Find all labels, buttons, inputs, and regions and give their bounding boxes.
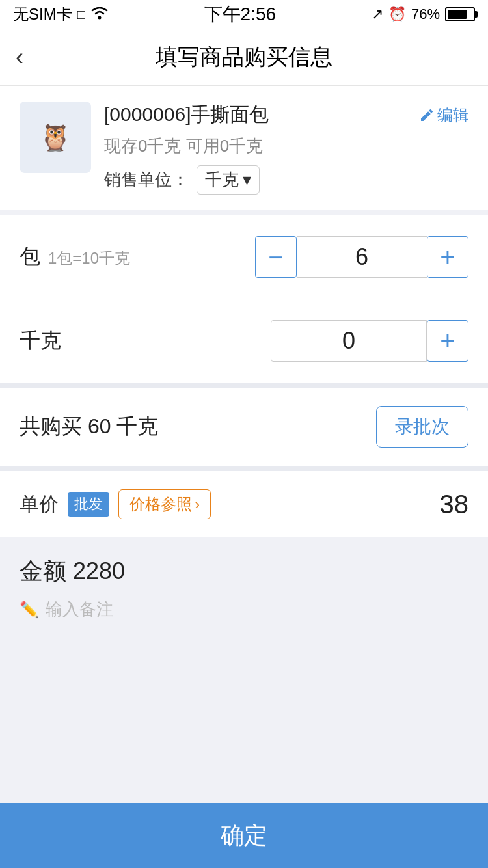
- battery-percent: 76%: [411, 6, 440, 23]
- price-value: 38: [440, 490, 469, 519]
- nav-bar: ‹ 填写商品购买信息: [0, 29, 488, 86]
- amount-label: 金额: [20, 558, 66, 584]
- remark-placeholder: 输入备注: [46, 598, 113, 621]
- total-text: 共购买 60 千克: [20, 413, 158, 441]
- sim-icon: □: [77, 7, 85, 22]
- product-info: [0000006]手撕面包 编辑 现存0千克 可用0千克 销售单位： 千克 ▾: [104, 102, 468, 195]
- battery-icon: [445, 7, 475, 21]
- product-name-row: [0000006]手撕面包 编辑: [104, 102, 468, 128]
- amount-section: 金额 2280 ✏️ 输入备注: [0, 537, 488, 634]
- kg-plus-button[interactable]: +: [427, 320, 468, 362]
- status-bar-time: 下午2:56: [204, 2, 277, 27]
- kg-quantity-row: 千克 +: [20, 299, 468, 383]
- price-ref-label: 价格参照: [129, 494, 192, 515]
- bag-minus-button[interactable]: −: [255, 236, 297, 278]
- product-logo: 🦉: [39, 122, 72, 153]
- total-row: 共购买 60 千克 录批次: [0, 383, 488, 466]
- product-unit-row: 销售单位： 千克 ▾: [104, 165, 468, 195]
- kg-quantity-input[interactable]: [271, 320, 427, 362]
- product-stock: 现存0千克 可用0千克: [104, 135, 468, 157]
- status-bar-right: ↗ ⏰ 76%: [372, 6, 475, 23]
- bag-plus-button[interactable]: +: [427, 236, 468, 278]
- edit-label: 编辑: [437, 105, 468, 126]
- amount-value: 2280: [73, 558, 125, 584]
- kg-label-text: 千克: [20, 327, 61, 355]
- svg-point-0: [98, 16, 101, 20]
- dropdown-arrow: ▾: [243, 170, 251, 190]
- bag-label-text: 包: [20, 243, 40, 271]
- bag-hint: 1包=10千克: [48, 248, 130, 269]
- back-button[interactable]: ‹: [16, 44, 23, 71]
- price-section: 单价 批发 价格参照 › 38: [0, 466, 488, 537]
- product-name: [0000006]手撕面包: [104, 102, 269, 128]
- bag-controls: − +: [255, 236, 468, 278]
- batch-button[interactable]: 录批次: [376, 406, 468, 448]
- kg-controls: +: [271, 320, 468, 362]
- page-title: 填写商品购买信息: [156, 42, 332, 72]
- price-ref-arrow: ›: [195, 495, 200, 513]
- price-label: 单价: [20, 491, 59, 518]
- bag-quantity-input[interactable]: [297, 236, 427, 278]
- kg-label: 千克: [20, 327, 61, 355]
- remark-row[interactable]: ✏️ 输入备注: [20, 598, 468, 621]
- status-bar-left: 无SIM卡 □: [13, 4, 109, 25]
- carrier-text: 无SIM卡: [13, 4, 72, 25]
- confirm-button[interactable]: 确定: [0, 803, 488, 868]
- bottom-area: [0, 634, 488, 829]
- bag-label: 包 1包=10千克: [20, 243, 130, 271]
- edit-button[interactable]: 编辑: [419, 105, 468, 126]
- product-image: 🦉: [20, 102, 91, 173]
- price-batch-tag: 批发: [68, 492, 109, 517]
- wifi-icon: [90, 5, 109, 23]
- quantity-section: 包 1包=10千克 − + 千克 +: [0, 215, 488, 383]
- bag-quantity-row: 包 1包=10千克 − +: [20, 215, 468, 299]
- price-left: 单价 批发 价格参照 ›: [20, 489, 211, 519]
- unit-select[interactable]: 千克 ▾: [197, 165, 260, 195]
- price-ref-button[interactable]: 价格参照 ›: [118, 489, 211, 519]
- unit-label: 销售单位：: [104, 169, 189, 191]
- alarm-icon: ⏰: [388, 6, 406, 23]
- status-bar: 无SIM卡 □ 下午2:56 ↗ ⏰ 76%: [0, 0, 488, 29]
- product-card: 🦉 [0000006]手撕面包 编辑 现存0千克 可用0千克 销售单位： 千克 …: [0, 86, 488, 215]
- unit-value: 千克: [205, 169, 239, 191]
- pencil-icon: ✏️: [20, 601, 39, 619]
- amount-row: 金额 2280: [20, 556, 468, 588]
- location-icon: ↗: [372, 6, 383, 23]
